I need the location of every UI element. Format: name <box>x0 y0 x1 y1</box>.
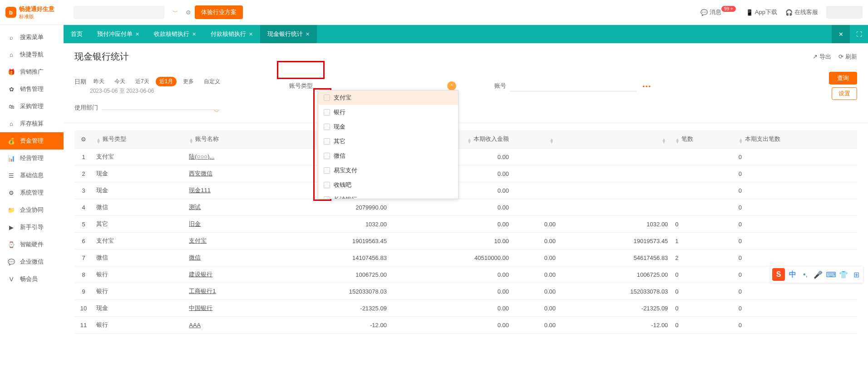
messages-link[interactable]: 💬 消息 99 + <box>700 8 738 16</box>
table-header-5[interactable]: ▲▼ <box>513 130 559 149</box>
checkbox[interactable] <box>324 138 330 145</box>
ime-mic-icon[interactable]: 🎤 <box>813 269 823 279</box>
sidebar-item-12[interactable]: ⌚智能硬件 <box>0 236 64 253</box>
chat-icon: 💬 <box>700 9 708 16</box>
close-icon[interactable]: ✕ <box>192 31 196 37</box>
sidebar-item-7[interactable]: 📊经营管理 <box>0 150 64 167</box>
gear-icon[interactable]: ⚙ <box>182 6 195 19</box>
dropdown-option-0[interactable]: 支付宝 <box>318 90 458 105</box>
ime-punct-icon[interactable]: •, <box>800 269 810 279</box>
query-button[interactable]: 查询 <box>829 72 857 85</box>
sort-icon[interactable]: ▲▼ <box>739 138 743 144</box>
close-icon[interactable]: ✕ <box>306 31 310 37</box>
sidebar-item-2[interactable]: 🎁营销推广 <box>0 63 64 80</box>
sidebar-item-6[interactable]: 💰资金管理 <box>0 132 64 150</box>
close-icon[interactable]: ✕ <box>135 31 139 37</box>
avatar[interactable] <box>826 6 863 19</box>
sidebar-item-8[interactable]: ☰基础信息 <box>0 167 64 184</box>
table-header-1[interactable]: ▲▼账号类型 <box>93 130 185 149</box>
checkbox[interactable] <box>324 95 330 101</box>
ime-logo-icon[interactable]: S <box>772 268 785 281</box>
account-name-link[interactable]: 测试 <box>189 204 201 210</box>
tab-4[interactable]: 现金银行统计✕ <box>260 25 317 43</box>
sidebar-item-4[interactable]: 🛍采购管理 <box>0 98 64 115</box>
date-pill-1[interactable]: 今天 <box>111 77 129 86</box>
account-name-link[interactable]: 现金111 <box>189 187 211 194</box>
dropdown-option-1[interactable]: 银行 <box>318 105 458 120</box>
sort-icon[interactable]: ▲▼ <box>661 138 666 144</box>
dept-select[interactable]: ﹀ <box>102 106 220 110</box>
gear-icon[interactable]: ⚙ <box>81 136 86 143</box>
fullscreen-button[interactable]: ⛶ <box>850 25 868 43</box>
headset-icon: 🎧 <box>785 9 793 16</box>
more-options-button[interactable]: ••• <box>642 83 651 90</box>
tab-0[interactable]: 首页 <box>64 25 90 43</box>
sort-icon[interactable]: ▲▼ <box>549 138 554 144</box>
logo[interactable]: b 畅捷通好生意 标准版 <box>5 5 69 20</box>
account-name-link[interactable]: 建设银行 <box>189 271 212 278</box>
date-pill-2[interactable]: 近7天 <box>132 77 153 86</box>
dropdown-option-5[interactable]: 易宝支付 <box>318 163 458 178</box>
chevron-down-icon[interactable]: ﹀ <box>173 8 178 16</box>
account-name-link[interactable]: AAA <box>189 322 201 329</box>
sort-icon[interactable]: ▲▼ <box>675 138 680 144</box>
collapse-toggle[interactable]: ⌃ <box>447 81 456 90</box>
ime-skin-icon[interactable]: 👕 <box>838 269 848 279</box>
sort-icon[interactable]: ▲▼ <box>467 138 472 144</box>
sidebar-item-11[interactable]: ▶新手引导 <box>0 219 64 236</box>
account-name-link[interactable]: 微信 <box>189 254 201 261</box>
app-download-link[interactable]: 📱 App下载 <box>746 8 777 16</box>
dropdown-option-4[interactable]: 微信 <box>318 149 458 163</box>
account-name-link[interactable]: 旧金 <box>189 220 201 227</box>
table-header-6[interactable]: ▲▼ <box>559 130 671 149</box>
dropdown-option-6[interactable]: 收钱吧 <box>318 178 458 192</box>
tab-3[interactable]: 付款核销执行✕ <box>203 25 260 43</box>
checkbox[interactable] <box>324 153 330 159</box>
checkbox[interactable] <box>324 124 330 130</box>
sidebar-item-0[interactable]: ⌕搜索菜单 <box>0 29 64 46</box>
date-pill-3[interactable]: 近1月 <box>156 77 177 86</box>
checkbox[interactable] <box>324 109 330 115</box>
sidebar-item-3[interactable]: ✿销售管理 <box>0 80 64 98</box>
dropdown-option-7[interactable]: 长沙银行 <box>318 192 458 199</box>
sidebar-item-1[interactable]: ⌂快捷导航 <box>0 46 64 63</box>
account-name-link[interactable]: 中国银行 <box>189 304 212 311</box>
sort-icon[interactable]: ▲▼ <box>189 138 193 144</box>
sidebar-item-14[interactable]: V畅会员 <box>0 270 64 288</box>
sidebar-item-10[interactable]: 📁企业协同 <box>0 201 64 219</box>
checkbox[interactable] <box>324 196 330 199</box>
close-all-tabs-button[interactable]: ✕ <box>832 25 850 43</box>
settings-button[interactable]: 设置 <box>832 87 857 100</box>
sidebar-item-5[interactable]: ⌂库存核算 <box>0 115 64 132</box>
account-name-link[interactable]: 陆(○○○)... <box>189 153 214 160</box>
sidebar-item-9[interactable]: ⚙系统管理 <box>0 184 64 201</box>
dropdown-option-3[interactable]: 其它 <box>318 134 458 149</box>
close-icon[interactable]: ✕ <box>249 31 253 37</box>
trial-button[interactable]: 体验行业方案 <box>195 5 243 19</box>
checkbox[interactable] <box>324 182 330 188</box>
table-header-7[interactable]: ▲▼笔数 <box>671 130 735 149</box>
ime-lang-button[interactable]: 中 <box>788 269 798 279</box>
export-button[interactable]: ↗ 导出 <box>813 53 831 61</box>
table-header-8[interactable]: ▲▼本期支出笔数 <box>735 130 857 149</box>
date-pill-0[interactable]: 昨天 <box>90 77 108 86</box>
sidebar-item-13[interactable]: 💬企业微信 <box>0 253 64 270</box>
refresh-button[interactable]: ⟳ 刷新 <box>838 53 857 61</box>
date-pill-4[interactable]: 更多 <box>179 77 197 86</box>
table-header-0[interactable]: ⚙ <box>74 130 93 149</box>
account-name-link[interactable]: 支付宝 <box>189 237 207 244</box>
tab-1[interactable]: 预付冲应付单✕ <box>90 25 147 43</box>
account-name-link[interactable]: 工商银行1 <box>189 288 216 294</box>
org-selector[interactable] <box>74 6 164 19</box>
dropdown-option-2[interactable]: 现金 <box>318 120 458 134</box>
sort-icon[interactable]: ▲▼ <box>96 138 101 144</box>
account-input[interactable] <box>510 80 637 91</box>
tab-2[interactable]: 收款核销执行✕ <box>147 25 203 43</box>
ime-keyboard-icon[interactable]: ⌨ <box>826 269 836 279</box>
account-name-link[interactable]: 西安微信 <box>189 170 212 177</box>
checkbox[interactable] <box>324 167 330 174</box>
online-service-link[interactable]: 🎧 在线客服 <box>785 8 818 16</box>
table-header-2[interactable]: ▲▼账号名称 <box>185 130 278 149</box>
date-pill-5[interactable]: 自定义 <box>200 77 224 86</box>
ime-toolbox-icon[interactable]: ⊞ <box>851 269 861 279</box>
